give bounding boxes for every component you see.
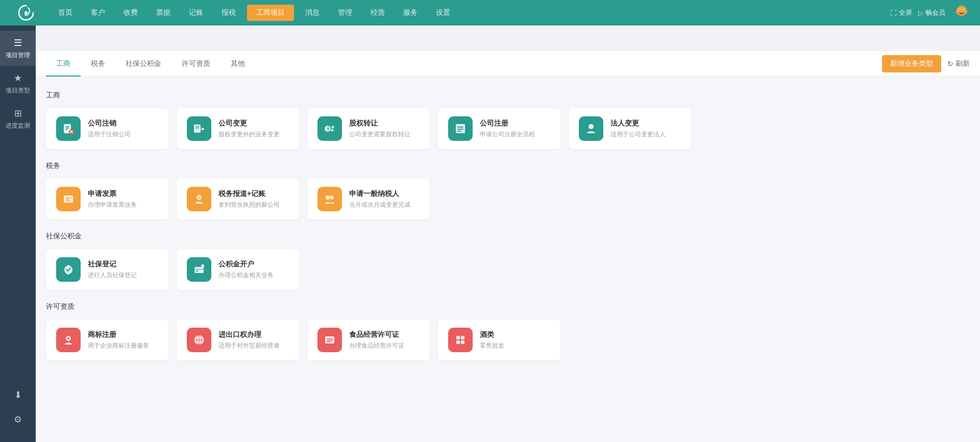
card-fund-account[interactable]: + 公积金开户 办理公积金相关业务	[177, 249, 299, 290]
card-alcohol-name: 酒类	[480, 330, 504, 339]
svg-rect-45	[327, 338, 333, 339]
svg-rect-47	[327, 341, 331, 342]
svg-point-39	[67, 337, 69, 339]
svg-rect-49	[461, 336, 464, 339]
logo	[8, 4, 44, 22]
progress-icon: ⊞	[12, 107, 24, 119]
import-export-icon	[187, 328, 211, 352]
shebao-cards: 社保登记 进行人员社保登记 +	[46, 249, 970, 290]
company-cancel-icon	[56, 116, 81, 141]
tab-shuiwu[interactable]: 税务	[81, 51, 115, 77]
svg-rect-48	[456, 336, 460, 339]
section-xuke-title: 许可资质	[46, 302, 970, 311]
gongshang-cards: 公司注销 适用于注销公司 公司变更	[46, 108, 970, 149]
section-gongshang: 工商 公司注销	[46, 91, 970, 149]
nav-customer[interactable]: 客户	[82, 0, 114, 26]
card-trademark[interactable]: 商标注册 用于企业商标注册服务	[46, 320, 168, 360]
tab-gongshang[interactable]: 工商	[46, 51, 81, 77]
svg-rect-21	[457, 127, 463, 128]
svg-rect-34	[194, 268, 204, 270]
svg-rect-46	[327, 340, 333, 341]
settings-icon: ⚙	[12, 413, 24, 426]
card-company-register-name: 公司注册	[480, 119, 535, 128]
svg-text:¥: ¥	[326, 126, 330, 132]
card-food-license-name: 食品经营许可证	[349, 330, 404, 339]
play-icon: ▷	[918, 9, 923, 17]
refresh-btn[interactable]: ↻ 刷新	[947, 59, 970, 68]
card-legal-change-desc: 适用于公司变更法人	[610, 130, 666, 139]
svg-point-0	[24, 11, 28, 14]
card-legal-change[interactable]: 法人变更 适用于公司变更法人	[569, 108, 691, 149]
nav-bizproject[interactable]: 工商项目	[247, 5, 294, 21]
nav-operate[interactable]: 经营	[361, 0, 394, 26]
card-company-register-desc: 申请公司注册全流程	[480, 130, 535, 139]
sidebar-item-progress[interactable]: ⊞ 进度监测	[0, 101, 36, 136]
card-trademark-desc: 用于企业商标注册服务	[88, 341, 149, 350]
download-icon: ⬇	[12, 389, 24, 401]
card-food-license-desc: 办理食品经营许可证	[349, 341, 404, 350]
card-alcohol[interactable]: 酒类 零售批发	[438, 320, 560, 360]
nav-service[interactable]: 服务	[394, 0, 427, 26]
nav-settings[interactable]: 设置	[427, 0, 459, 26]
fullscreen-icon: ⛶	[890, 9, 897, 17]
nav-accounting[interactable]: 记账	[180, 0, 212, 26]
tab-xuke[interactable]: 许可资质	[172, 51, 220, 77]
card-company-cancel[interactable]: 公司注销 适用于注销公司	[46, 108, 168, 149]
svg-rect-9	[65, 126, 69, 127]
card-tax-accounting-name: 税务报道+记账	[218, 189, 280, 199]
tab-shebao[interactable]: 社保公积金	[115, 51, 172, 77]
nav-manage[interactable]: 管理	[329, 0, 361, 26]
svg-rect-11	[65, 129, 68, 130]
svg-rect-10	[65, 128, 69, 129]
card-legal-change-name: 法人变更	[610, 119, 666, 128]
fullscreen-btn[interactable]: ⛶ 全屏	[890, 8, 912, 17]
card-import-export[interactable]: 进出口权办理 适用于对外贸易经营者	[177, 320, 299, 360]
svg-point-32	[330, 195, 334, 200]
tax-accounting-icon: 税	[187, 187, 211, 211]
member-btn[interactable]: ▷ 畅会员	[918, 8, 945, 17]
card-fund-account-name: 公积金开户	[218, 260, 274, 269]
svg-point-7	[964, 10, 967, 14]
card-equity-name: 股权转让	[349, 119, 410, 128]
sidebar-item-project-manage[interactable]: ☰ 项目管理	[0, 31, 36, 66]
general-taxpayer-icon	[317, 187, 342, 211]
card-tax-accounting[interactable]: 税 税务报道+记账 拿到营业执照的新公司	[177, 179, 299, 219]
card-general-taxpayer[interactable]: 申请一般纳税人 当月或次月成变更完成	[307, 179, 430, 219]
card-company-change[interactable]: 公司变更 股权变更外的业务变更	[177, 108, 299, 149]
sidebar-settings-btn[interactable]: ⚙	[0, 407, 36, 432]
svg-text:+: +	[202, 265, 203, 268]
company-change-icon	[187, 116, 211, 141]
card-food-license[interactable]: 食品经营许可证 办理食品经营许可证	[307, 320, 430, 360]
fund-account-icon: +	[187, 257, 211, 282]
card-invoice-apply-desc: 办理申请发票业务	[88, 201, 137, 209]
svg-rect-15	[194, 125, 201, 133]
svg-point-6	[956, 10, 959, 14]
card-invoice-apply[interactable]: 申请发票 办理申请发票业务	[46, 179, 168, 219]
card-company-register[interactable]: 公司注册 申请公司注册全流程	[438, 108, 560, 149]
card-general-taxpayer-name: 申请一般纳税人	[349, 189, 410, 199]
project-type-icon: ★	[12, 72, 24, 84]
project-manage-icon: ☰	[12, 37, 24, 49]
sidebar-download-btn[interactable]: ⬇	[0, 383, 36, 407]
nav-tax[interactable]: 报税	[212, 0, 245, 26]
nav-home[interactable]: 首页	[49, 0, 82, 26]
tab-other[interactable]: 其他	[220, 51, 255, 77]
nav-message[interactable]: 消息	[296, 0, 329, 26]
card-company-cancel-name: 公司注销	[88, 119, 131, 128]
card-equity-transfer[interactable]: ¥ 股权转让 公司变更需要股权转让	[307, 108, 430, 149]
sidebar-item-project-type[interactable]: ★ 项目类型	[0, 66, 36, 101]
sidebar: ☰ 项目管理 ★ 项目类型 ⊞ 进度监测 ⬇ ⚙	[0, 26, 36, 442]
section-shebao-title: 社保公积金	[46, 232, 970, 241]
invoice-apply-icon	[56, 187, 81, 211]
card-social-insurance-name: 社保登记	[88, 260, 137, 269]
card-trademark-name: 商标注册	[88, 330, 149, 339]
section-shuiwu-title: 税务	[46, 161, 970, 170]
card-invoice-apply-name: 申请发票	[88, 189, 137, 199]
mascot-avatar	[951, 3, 972, 23]
svg-rect-51	[461, 340, 464, 344]
nav-invoice[interactable]: 票据	[147, 0, 180, 26]
card-social-insurance[interactable]: 社保登记 进行人员社保登记	[46, 249, 168, 290]
new-biztype-btn[interactable]: 新增业务类型	[882, 55, 941, 72]
svg-point-31	[326, 195, 330, 200]
nav-fee[interactable]: 收费	[114, 0, 147, 26]
